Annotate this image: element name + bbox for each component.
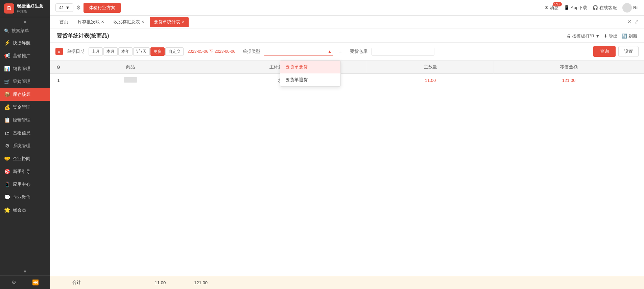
phone-icon: 📱 bbox=[564, 5, 569, 10]
sidebar-item-guide[interactable]: 🎯 新手引导 bbox=[0, 165, 50, 178]
close-all-icon[interactable]: ✕ bbox=[627, 19, 631, 25]
sidebar-item-marketing[interactable]: 📢 营销推广 bbox=[0, 49, 50, 62]
sidebar-item-member[interactable]: 🌟 畅会员 bbox=[0, 204, 50, 217]
dropdown-item-return[interactable]: 要货单退货 bbox=[280, 73, 340, 86]
sidebar-icon-guide: 🎯 bbox=[4, 169, 10, 175]
topbar-right: ✉ 消息 99+ 📱 App下载 🎧 在线客服 Rit bbox=[545, 3, 639, 13]
page-header: 要货单统计表(按商品) 🖨 按模板打印 ▼ ⬇ 导出 🔄 刷新 bbox=[50, 28, 644, 43]
sidebar-label-wechat: 企业微信 bbox=[13, 194, 30, 200]
page-title: 要货单统计表(按商品) bbox=[57, 32, 109, 40]
sidebar-icon-purchase: 🛒 bbox=[4, 79, 10, 85]
warehouse-filter-input[interactable] bbox=[372, 48, 434, 55]
sidebar-logo: B 畅捷通好生意 标准版 bbox=[0, 0, 50, 17]
search-icon: 🔍 bbox=[4, 28, 9, 34]
type-select-wrapper: ▲ bbox=[264, 48, 333, 55]
type-select-input[interactable] bbox=[264, 48, 333, 55]
sidebar-item-basic[interactable]: 🗂 基础信息 bbox=[0, 127, 50, 139]
sidebar-item-enterprise[interactable]: 🤝 企业协同 bbox=[0, 152, 50, 165]
date-btn-3[interactable]: 近7天 bbox=[133, 47, 150, 56]
page-actions: 🖨 按模板打印 ▼ ⬇ 导出 🔄 刷新 bbox=[566, 33, 637, 39]
row-quantity: 11.00 bbox=[367, 74, 494, 87]
sidebar-icon-appstore: 📱 bbox=[4, 181, 10, 187]
dropdown-item-order[interactable]: 要货单要货 bbox=[280, 61, 340, 73]
trial-button[interactable]: 体验行业方案 bbox=[84, 3, 121, 13]
sidebar-item-wechat[interactable]: 💬 企业微信 bbox=[0, 191, 50, 204]
tab-close-receivable-summary[interactable]: ✕ bbox=[141, 20, 144, 24]
tab-close-order-stats[interactable]: ✕ bbox=[182, 20, 185, 24]
print-icon: 🖨 bbox=[566, 34, 571, 39]
date-btn-0[interactable]: 上月 bbox=[89, 47, 103, 56]
refresh-button[interactable]: 🔄 刷新 bbox=[622, 33, 637, 39]
service-icon: 🎧 bbox=[593, 5, 598, 10]
filter-dots[interactable]: ··· bbox=[339, 49, 342, 54]
topbar-left: 41 ▼ ⚙ 体验行业方案 bbox=[55, 3, 541, 13]
refresh-icon: 🔄 bbox=[622, 34, 627, 39]
col-header-quantity: 主数量 bbox=[367, 61, 494, 74]
sidebar-label-guide: 新手引导 bbox=[13, 169, 30, 175]
settings-icon[interactable]: ⚙ bbox=[11, 279, 16, 286]
tab-receivable-summary[interactable]: 收发存汇总表✕ bbox=[110, 17, 148, 27]
expand-icon[interactable]: ⤢ bbox=[634, 19, 639, 25]
print-button[interactable]: 🖨 按模板打印 ▼ bbox=[566, 33, 600, 39]
col-header-product: 商品 bbox=[67, 61, 194, 74]
row-amount: 121.00 bbox=[494, 74, 644, 87]
tab-inventory-batch[interactable]: 库存批次账✕ bbox=[74, 17, 108, 27]
sidebar-label-member: 畅会员 bbox=[13, 207, 26, 213]
settings-gear-icon[interactable]: ⚙ bbox=[76, 4, 81, 11]
sidebar-icon-quick-nav: ⚡ bbox=[4, 40, 10, 46]
settings-button[interactable]: 设置 bbox=[618, 46, 639, 57]
app-download-item[interactable]: 📱 App下载 bbox=[564, 5, 587, 11]
sidebar-item-system[interactable]: ⚙ 系统管理 bbox=[0, 139, 50, 152]
tab-close-inventory-batch[interactable]: ✕ bbox=[101, 20, 104, 24]
sidebar-scroll-down[interactable]: ▼ bbox=[0, 268, 50, 275]
sidebar-search[interactable]: 🔍 搜索菜单 bbox=[0, 25, 50, 37]
message-badge-item[interactable]: ✉ 消息 99+ bbox=[545, 5, 558, 11]
date-btn-1[interactable]: 本月 bbox=[103, 47, 118, 56]
footer-label: 合计 bbox=[55, 280, 140, 286]
main-area: 41 ▼ ⚙ 体验行业方案 ✉ 消息 99+ 📱 App下载 🎧 在线客服 R bbox=[50, 0, 644, 289]
date-btn-2[interactable]: 本年 bbox=[118, 47, 133, 56]
tab-order-stats[interactable]: 要货单统计表✕ bbox=[150, 17, 189, 27]
store-selector[interactable]: 41 ▼ bbox=[55, 3, 73, 12]
sidebar-label-marketing: 营销推广 bbox=[13, 53, 30, 59]
sidebar-item-appstore[interactable]: 📱 应用中心 bbox=[0, 178, 50, 191]
table-header: ⚙商品主计量单位主数量零售金额 bbox=[50, 61, 644, 74]
query-button[interactable]: 查询 bbox=[593, 46, 616, 57]
table-area: ⚙商品主计量单位主数量零售金额 1块11.00121.00 bbox=[50, 61, 644, 276]
collapse-icon[interactable]: ⏪ bbox=[32, 279, 39, 286]
warehouse-filter-label: 要货仓库 bbox=[350, 48, 367, 54]
tab-label-home: 首页 bbox=[59, 19, 68, 25]
tab-home[interactable]: 首页 bbox=[55, 17, 72, 27]
sidebar-item-inventory[interactable]: 📦 库存核算 bbox=[0, 88, 50, 101]
footer-amount: 121.00 bbox=[181, 280, 221, 285]
online-service-item[interactable]: 🎧 在线客服 bbox=[593, 5, 617, 11]
product-placeholder bbox=[124, 77, 137, 83]
type-chevron-icon[interactable]: ▲ bbox=[327, 49, 332, 54]
user-avatar-item[interactable]: Rit bbox=[622, 3, 639, 13]
sidebar-scroll-up[interactable]: ▲ bbox=[0, 17, 50, 25]
sidebar-item-purchase[interactable]: 🛒 采购管理 bbox=[0, 75, 50, 88]
sidebar-nav: ⚡ 快捷导航📢 营销推广📊 销售管理🛒 采购管理📦 库存核算💰 资金管理📋 经营… bbox=[0, 37, 50, 268]
amount-link[interactable]: 121.00 bbox=[562, 78, 576, 83]
date-btn-4[interactable]: 更多 bbox=[150, 47, 165, 56]
quantity-link[interactable]: 11.00 bbox=[425, 78, 436, 83]
sidebar-item-sales[interactable]: 📊 销售管理 bbox=[0, 62, 50, 75]
sidebar-label-inventory: 库存核算 bbox=[13, 91, 30, 97]
logo-text: 畅捷通好生意 标准版 bbox=[17, 3, 43, 14]
filter-actions: 查询 设置 bbox=[593, 46, 639, 57]
message-badge: 99+ bbox=[553, 2, 562, 6]
type-filter-label: 单据类型 bbox=[243, 48, 260, 54]
tabbar: 首页库存批次账✕收发存汇总表✕要货单统计表✕✕ ⤢ bbox=[50, 16, 644, 28]
sidebar-footer: ⚙ ⏪ bbox=[0, 275, 50, 289]
filter-expand-button[interactable]: » bbox=[55, 48, 63, 55]
sidebar-icon-sales: 📊 bbox=[4, 66, 10, 72]
filter-date-range: 2023-05-06 至 2023-06-06 bbox=[188, 49, 235, 54]
export-button[interactable]: ⬇ 导出 bbox=[604, 33, 618, 39]
sidebar-item-finance[interactable]: 💰 资金管理 bbox=[0, 101, 50, 114]
sidebar-item-quick-nav[interactable]: ⚡ 快捷导航 bbox=[0, 37, 50, 49]
type-dropdown-menu: 要货单要货要货单退货 bbox=[280, 60, 341, 87]
sidebar-item-operation[interactable]: 📋 经营管理 bbox=[0, 114, 50, 127]
date-btn-5[interactable]: 自定义 bbox=[165, 47, 184, 56]
sidebar-icon-member: 🌟 bbox=[4, 207, 10, 213]
table-row: 1块11.00121.00 bbox=[50, 74, 644, 87]
